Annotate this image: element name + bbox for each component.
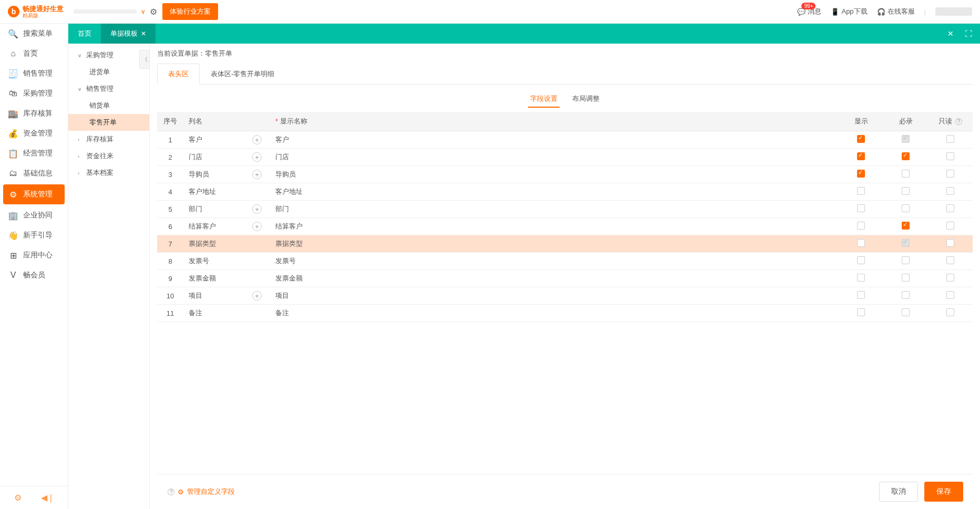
checkbox[interactable] bbox=[902, 308, 910, 316]
checkbox[interactable] bbox=[857, 291, 865, 299]
help-icon[interactable]: ? bbox=[955, 118, 962, 125]
collapse-nav-icon[interactable]: ◀❘ bbox=[41, 493, 54, 503]
fullscreen-icon[interactable]: ⛶ bbox=[962, 27, 975, 40]
manage-custom-fields-link[interactable]: 管理自定义字段 bbox=[187, 487, 235, 496]
table-row[interactable]: 8 发票号 发票号 bbox=[157, 253, 973, 270]
inner-tab[interactable]: 表头区 bbox=[157, 64, 200, 85]
sub-tab[interactable]: 布局调整 bbox=[570, 91, 602, 108]
checkbox[interactable] bbox=[946, 187, 954, 195]
nav-item[interactable]: ⊞应用中心 bbox=[0, 245, 68, 265]
nav-item[interactable]: ⚙系统管理 bbox=[3, 184, 65, 204]
nav-item[interactable]: ⌂首页 bbox=[0, 44, 68, 64]
cell-display-name[interactable]: 备注 bbox=[270, 305, 839, 322]
app-download-link[interactable]: 📱 App下载 bbox=[831, 7, 867, 16]
checkbox[interactable] bbox=[946, 239, 954, 247]
table-row[interactable]: 10 项目+ 项目 bbox=[157, 287, 973, 305]
nav-item[interactable]: 🛍采购管理 bbox=[0, 84, 68, 103]
checkbox[interactable] bbox=[857, 222, 865, 230]
sub-tab[interactable]: 字段设置 bbox=[528, 91, 560, 108]
checkbox[interactable] bbox=[902, 170, 910, 178]
tree-item[interactable]: 进货单 bbox=[68, 64, 149, 80]
checkbox[interactable] bbox=[857, 152, 865, 160]
add-icon[interactable]: + bbox=[252, 204, 262, 214]
cell-display-name[interactable]: 票据类型 bbox=[270, 235, 839, 253]
checkbox[interactable] bbox=[946, 256, 954, 264]
tree-item[interactable]: 销货单 bbox=[68, 97, 149, 114]
cta-button[interactable]: 体验行业方案 bbox=[162, 3, 218, 20]
table-row[interactable]: 1 客户+ 客户 bbox=[157, 131, 973, 149]
checkbox[interactable] bbox=[902, 222, 910, 230]
table-row[interactable]: 6 结算客户+ 结算客户 bbox=[157, 218, 973, 235]
nav-item[interactable]: 🏢企业协同 bbox=[0, 205, 68, 225]
cell-display-name[interactable]: 门店 bbox=[270, 149, 839, 166]
user-avatar[interactable] bbox=[935, 7, 972, 16]
table-row[interactable]: 7 票据类型 票据类型 bbox=[157, 235, 973, 253]
table-row[interactable]: 11 备注 备注 bbox=[157, 305, 973, 322]
checkbox[interactable] bbox=[946, 135, 954, 143]
cell-display-name[interactable]: 客户地址 bbox=[270, 183, 839, 201]
tree-item[interactable]: 零售开单 bbox=[68, 114, 149, 131]
checkbox[interactable] bbox=[857, 135, 865, 143]
logo[interactable]: b 畅捷通好生意 精易版 bbox=[8, 5, 68, 18]
tree-group[interactable]: ›资金往来 bbox=[68, 148, 149, 164]
add-icon[interactable]: + bbox=[252, 135, 262, 144]
checkbox[interactable] bbox=[857, 204, 865, 212]
gear-icon[interactable]: ⚙ bbox=[150, 7, 157, 17]
company-selector[interactable]: ∨ ⚙ bbox=[74, 7, 157, 17]
checkbox[interactable] bbox=[946, 291, 954, 299]
checkbox[interactable] bbox=[857, 256, 865, 264]
checkbox[interactable] bbox=[946, 222, 954, 230]
cell-display-name[interactable]: 发票号 bbox=[270, 253, 839, 270]
add-icon[interactable]: + bbox=[252, 222, 262, 231]
checkbox[interactable] bbox=[857, 274, 865, 282]
checkbox[interactable] bbox=[902, 274, 910, 282]
cell-display-name[interactable]: 客户 bbox=[270, 131, 839, 149]
checkbox[interactable] bbox=[857, 187, 865, 195]
tree-group[interactable]: ∨采购管理 bbox=[68, 47, 149, 64]
cancel-button[interactable]: 取消 bbox=[879, 482, 918, 502]
tab[interactable]: 首页 bbox=[68, 24, 101, 44]
nav-item[interactable]: 🏬库存核算 bbox=[0, 103, 68, 123]
table-row[interactable]: 9 发票金额 发票金额 bbox=[157, 270, 973, 287]
save-button[interactable]: 保存 bbox=[924, 482, 963, 502]
checkbox[interactable] bbox=[946, 204, 954, 212]
tree-group[interactable]: ›基本档案 bbox=[68, 164, 149, 181]
help-icon[interactable]: ? bbox=[168, 489, 174, 495]
add-icon[interactable]: + bbox=[252, 291, 262, 300]
cell-display-name[interactable]: 发票金额 bbox=[270, 270, 839, 287]
checkbox[interactable] bbox=[902, 152, 910, 160]
add-icon[interactable]: + bbox=[252, 152, 262, 162]
messages-link[interactable]: 💬 消息 99+ bbox=[797, 7, 821, 16]
cell-display-name[interactable]: 导购员 bbox=[270, 166, 839, 183]
table-row[interactable]: 4 客户地址 客户地址 bbox=[157, 183, 973, 201]
tree-group[interactable]: ∨销售管理 bbox=[68, 80, 149, 97]
tree-group[interactable]: ›库存核算 bbox=[68, 131, 149, 148]
inner-tab[interactable]: 表体区-零售开单明细 bbox=[200, 64, 285, 84]
nav-item[interactable]: V畅会员 bbox=[0, 265, 68, 285]
table-row[interactable]: 2 门店+ 门店 bbox=[157, 149, 973, 166]
checkbox[interactable] bbox=[902, 291, 910, 299]
cell-display-name[interactable]: 部门 bbox=[270, 201, 839, 218]
tab[interactable]: 单据模板✕ bbox=[101, 24, 156, 44]
checkbox[interactable] bbox=[902, 187, 910, 195]
cell-display-name[interactable]: 项目 bbox=[270, 287, 839, 305]
close-all-tabs-icon[interactable]: ✕ bbox=[944, 27, 957, 40]
checkbox[interactable] bbox=[946, 152, 954, 160]
settings-icon[interactable]: ⚙ bbox=[14, 493, 22, 503]
checkbox[interactable] bbox=[946, 274, 954, 282]
checkbox[interactable] bbox=[902, 204, 910, 212]
nav-item[interactable]: 🗂基础信息 bbox=[0, 163, 68, 183]
checkbox[interactable] bbox=[857, 170, 865, 178]
add-icon[interactable]: + bbox=[252, 170, 262, 179]
close-icon[interactable]: ✕ bbox=[141, 30, 146, 37]
sidebar-collapse-button[interactable]: 《 bbox=[139, 50, 150, 69]
checkbox[interactable] bbox=[902, 256, 910, 264]
checkbox[interactable] bbox=[946, 308, 954, 316]
checkbox[interactable] bbox=[857, 239, 865, 247]
nav-item[interactable]: 💰资金管理 bbox=[0, 123, 68, 143]
table-row[interactable]: 5 部门+ 部门 bbox=[157, 201, 973, 218]
checkbox[interactable] bbox=[857, 308, 865, 316]
table-row[interactable]: 3 导购员+ 导购员 bbox=[157, 166, 973, 183]
cell-display-name[interactable]: 结算客户 bbox=[270, 218, 839, 235]
nav-item[interactable]: 🔍搜索菜单 bbox=[0, 24, 68, 44]
